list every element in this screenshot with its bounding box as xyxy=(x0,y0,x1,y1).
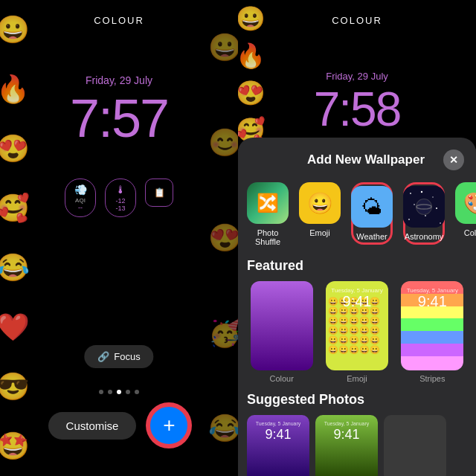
customise-button[interactable]: Customise xyxy=(48,412,137,440)
svg-point-1 xyxy=(410,193,411,194)
emoji-label: Emoji xyxy=(309,228,330,237)
aqi-widget: 💨 AQI -- xyxy=(65,178,96,217)
suggested-section: Suggested Photos Tuesday, 5 January 9:41… xyxy=(238,383,476,476)
astronomy-wallpaper-icon xyxy=(403,186,445,228)
focus-button[interactable]: 🔗 Focus xyxy=(84,345,153,368)
weather-label: Weather xyxy=(356,232,387,241)
featured-colour-label: Colour xyxy=(269,374,293,383)
focus-label: Focus xyxy=(114,351,140,362)
suggested-thumb-2[interactable]: Tuesday, 5 January 9:41 xyxy=(315,415,378,476)
right-date: Friday, 29 July xyxy=(238,71,476,82)
featured-stripes[interactable]: Tuesday, 5 January 9:41 Stripes xyxy=(398,281,467,383)
featured-colour[interactable]: Colour xyxy=(247,281,316,383)
right-header: COLOUR xyxy=(238,15,476,26)
featured-emoji-thumb: 😀😀😀😀😀😀😀😀😀😀😀😀😀😀😀😀😀😀😀😀😀😀😀😀😀😀😀😀😀😀 Tuesday, … xyxy=(326,281,388,370)
suggested-thumb-3[interactable] xyxy=(384,415,446,476)
dot-2 xyxy=(108,390,112,394)
photo-shuffle-icon: 🔀 xyxy=(247,182,289,224)
suggested-thumb-1[interactable]: Tuesday, 5 January 9:41 xyxy=(247,415,309,476)
wind-icon: 💨 xyxy=(74,184,87,196)
bottom-bar: Customise + xyxy=(0,405,238,446)
right-panel: 😀 🔥 😍 🥰 COLOUR Friday, 29 July 7:58 Add … xyxy=(238,0,476,476)
wallpaper-options: 🔀 PhotoShuffle 😀 Emoji 🌤 Weather xyxy=(238,176,476,258)
svg-point-4 xyxy=(414,204,415,205)
sheet-header: Add New Wallpaper ✕ xyxy=(238,138,476,176)
wallpaper-option-colour[interactable]: 🎨 Colour xyxy=(455,182,476,237)
astronomy-svg xyxy=(403,186,445,228)
featured-stripes-label: Stripes xyxy=(419,374,445,383)
sugg2-date: Tuesday, 5 January xyxy=(315,421,378,426)
right-background: 😀 🔥 😍 🥰 COLOUR Friday, 29 July 7:58 xyxy=(238,0,476,149)
colour-wallpaper-icon: 🎨 xyxy=(455,182,476,224)
dot-4 xyxy=(126,390,130,394)
svg-point-10 xyxy=(416,199,431,214)
svg-point-3 xyxy=(432,196,434,198)
add-wallpaper-button[interactable]: + xyxy=(148,405,190,446)
wallpaper-option-astronomy[interactable]: Astronomy xyxy=(403,182,445,245)
featured-section: Featured Colour 😀😀😀😀😀😀😀😀😀😀😀😀😀😀😀😀😀😀😀😀😀😀😀😀… xyxy=(238,258,476,383)
featured-stripes-thumb: Tuesday, 5 January 9:41 xyxy=(401,281,463,370)
left-date: Friday, 29 July xyxy=(0,74,238,86)
add-wallpaper-sheet: Add New Wallpaper ✕ 🔀 PhotoShuffle 😀 Emo… xyxy=(238,138,476,476)
suggested-grid: Tuesday, 5 January 9:41 Tuesday, 5 Janua… xyxy=(247,415,467,476)
svg-point-6 xyxy=(425,215,426,216)
svg-point-8 xyxy=(440,222,441,224)
clipboard-widget: 📋 xyxy=(145,178,173,207)
colour-label: Colour xyxy=(464,228,476,237)
featured-title: Featured xyxy=(247,258,467,274)
astronomy-label: Astronomy xyxy=(405,232,444,241)
suggested-title: Suggested Photos xyxy=(247,392,467,408)
sheet-close-button[interactable]: ✕ xyxy=(443,149,464,170)
sugg1-date: Tuesday, 5 January xyxy=(247,421,309,426)
dot-5 xyxy=(135,390,139,394)
left-panel: 😀 🔥 😍 🥰 😂 ❤️ 😎 🤩 COLOUR Friday, 29 July … xyxy=(0,0,238,476)
wallpaper-option-weather[interactable]: 🌤 Weather xyxy=(351,182,393,245)
dot-1 xyxy=(99,390,103,394)
wallpaper-option-photo[interactable]: 🔀 PhotoShuffle xyxy=(247,182,289,246)
svg-point-2 xyxy=(421,191,422,193)
svg-point-5 xyxy=(436,208,437,209)
focus-icon: 🔗 xyxy=(97,351,109,362)
page-dots xyxy=(0,390,238,394)
emoji-wallpaper-icon: 😀 xyxy=(299,182,341,224)
dot-3 xyxy=(117,390,121,394)
featured-colour-thumb xyxy=(251,281,313,370)
featured-emoji[interactable]: 😀😀😀😀😀😀😀😀😀😀😀😀😀😀😀😀😀😀😀😀😀😀😀😀😀😀😀😀😀😀 Tuesday, … xyxy=(322,281,391,383)
left-time: 7:57 xyxy=(0,88,238,149)
featured-emoji-label: Emoji xyxy=(347,374,367,383)
temp-widget: 🌡 -12 -13 xyxy=(105,178,136,217)
weather-wallpaper-icon: 🌤 xyxy=(351,186,393,228)
right-time: 7:58 xyxy=(238,82,476,137)
stripes-thumb-time: 9:41 xyxy=(401,293,463,310)
wallpaper-option-emoji[interactable]: 😀 Emoji xyxy=(299,182,341,237)
clipboard-icon: 📋 xyxy=(154,187,165,198)
left-header: COLOUR xyxy=(0,15,238,26)
emoji-thumb-time: 9:41 xyxy=(326,293,388,310)
sheet-title: Add New Wallpaper xyxy=(271,152,443,167)
photo-shuffle-label: PhotoShuffle xyxy=(255,228,280,246)
featured-grid: Colour 😀😀😀😀😀😀😀😀😀😀😀😀😀😀😀😀😀😀😀😀😀😀😀😀😀😀😀😀😀😀 Tu… xyxy=(247,281,467,383)
plus-icon: + xyxy=(163,414,175,437)
left-widgets: 💨 AQI -- 🌡 -12 -13 📋 xyxy=(0,178,238,217)
svg-point-7 xyxy=(408,219,410,220)
temp-icon: 🌡 xyxy=(115,184,126,196)
sugg2-time: 9:41 xyxy=(315,427,378,443)
sugg1-time: 9:41 xyxy=(247,427,309,443)
